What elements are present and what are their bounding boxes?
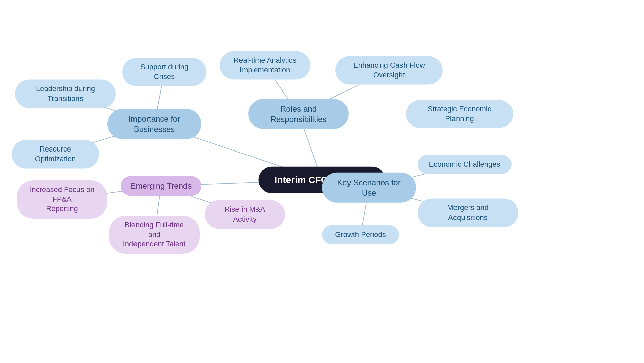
node-realtime: Real-time AnalyticsImplementation [220, 51, 310, 79]
node-keyscenarios: Key Scenarios for Use [322, 173, 416, 203]
node-support: Support during Crises [122, 58, 206, 86]
node-leadership: Leadership during Transitions [15, 79, 116, 108]
node-economic: Economic Challenges [418, 155, 512, 174]
node-growth: Growth Periods [322, 225, 399, 244]
node-blending: Blending Full-time andIndependent Talent [109, 216, 200, 254]
node-roles: Roles and Responsibilities [248, 99, 349, 129]
node-mergers: Mergers and Acquisitions [418, 198, 518, 227]
mindmap-container: Interim CFO ServicesImportance for Busin… [0, 0, 644, 363]
node-strategic: Strategic Economic Planning [406, 100, 513, 128]
node-importance: Importance for Businesses [107, 109, 201, 139]
node-rise: Rise in M&A Activity [205, 200, 285, 229]
node-cashflow: Enhancing Cash Flow Oversight [335, 56, 443, 84]
node-fpa: Increased Focus on FP&AReporting [17, 180, 107, 219]
node-resource: Resource Optimization [12, 140, 99, 168]
node-emerging: Emerging Trends [121, 176, 201, 196]
